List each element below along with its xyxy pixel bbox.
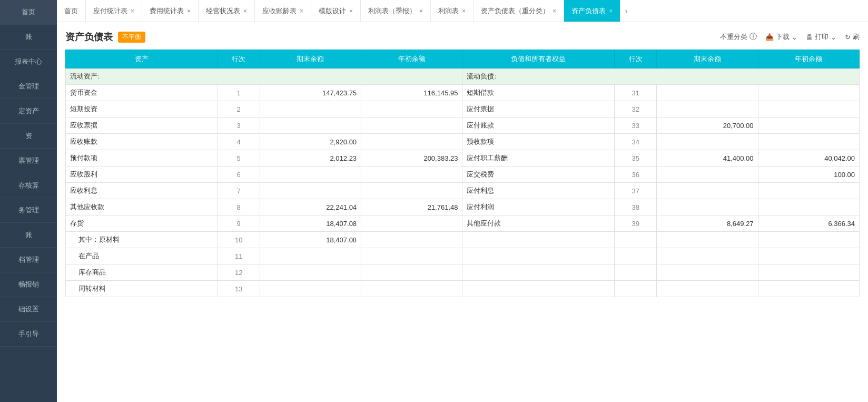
left-year-9[interactable] bbox=[361, 232, 462, 248]
tab-balance-reclassified[interactable]: 资产负债表（重分类） × bbox=[474, 0, 564, 22]
left-item-3[interactable]: 应收账款 bbox=[66, 134, 218, 150]
left-item-6[interactable]: 应收利息 bbox=[66, 183, 218, 199]
left-item-9[interactable]: 其中：原材料 bbox=[66, 232, 218, 248]
right-year-4[interactable]: 40,042.00 bbox=[758, 150, 859, 166]
right-year-12[interactable] bbox=[758, 281, 859, 297]
left-period-0[interactable]: 147,423.75 bbox=[260, 85, 361, 101]
left-year-12[interactable] bbox=[361, 281, 462, 297]
left-year-11[interactable] bbox=[361, 264, 462, 281]
sidebar-item-expense[interactable]: 畅报销 bbox=[0, 272, 57, 297]
left-year-8[interactable] bbox=[361, 215, 462, 232]
right-period-5[interactable] bbox=[657, 166, 758, 183]
tab-profit-quarterly[interactable]: 利润表（季报） × bbox=[361, 0, 431, 22]
right-period-10[interactable] bbox=[657, 248, 758, 264]
right-period-0[interactable] bbox=[657, 85, 758, 101]
sidebar-item-affair-management[interactable]: 务管理 bbox=[0, 198, 57, 223]
right-year-2[interactable] bbox=[758, 117, 859, 134]
left-year-4[interactable]: 200,383.23 bbox=[361, 150, 462, 166]
right-period-11[interactable] bbox=[657, 264, 758, 281]
left-period-2[interactable] bbox=[260, 117, 361, 134]
right-item-4[interactable]: 应付职工薪酬 bbox=[462, 150, 615, 166]
tab-payable-stats-close[interactable]: × bbox=[131, 7, 134, 15]
left-item-12[interactable]: 周转材料 bbox=[66, 281, 218, 297]
left-item-10[interactable]: 在产品 bbox=[66, 248, 218, 264]
left-period-12[interactable] bbox=[260, 281, 361, 297]
right-item-3[interactable]: 预收款项 bbox=[462, 134, 615, 150]
left-item-7[interactable]: 其他应收款 bbox=[66, 199, 218, 215]
left-period-9[interactable]: 18,407.08 bbox=[260, 232, 361, 248]
sidebar-item-investment[interactable]: 资 bbox=[0, 124, 57, 149]
right-item-12[interactable] bbox=[462, 281, 615, 297]
left-item-4[interactable]: 预付款项 bbox=[66, 150, 218, 166]
tab-balance-reclassified-close[interactable]: × bbox=[553, 7, 556, 15]
right-item-7[interactable]: 应付利润 bbox=[462, 199, 615, 215]
left-item-8[interactable]: 存货 bbox=[66, 215, 218, 232]
right-period-1[interactable] bbox=[657, 101, 758, 117]
tab-expense-stats[interactable]: 费用统计表 × bbox=[142, 0, 199, 22]
sidebar-item-archive-management[interactable]: 档管理 bbox=[0, 248, 57, 272]
right-item-1[interactable]: 应付票据 bbox=[462, 101, 615, 117]
left-period-8[interactable]: 18,407.08 bbox=[260, 215, 361, 232]
tab-profit-close[interactable]: × bbox=[462, 7, 466, 15]
right-period-6[interactable] bbox=[657, 183, 758, 199]
right-period-8[interactable]: 8,649.27 bbox=[657, 215, 758, 232]
tab-template-design[interactable]: 模版设计 × bbox=[311, 0, 361, 22]
right-item-6[interactable]: 应付利息 bbox=[462, 183, 615, 199]
tab-arrow-right[interactable]: › bbox=[620, 6, 632, 16]
tab-receivable-aging[interactable]: 应收账龄表 × bbox=[255, 0, 311, 22]
sidebar-item-guide[interactable]: 手引导 bbox=[0, 322, 57, 347]
tab-balance-sheet-close[interactable]: × bbox=[609, 7, 613, 15]
left-year-7[interactable]: 21,761.48 bbox=[361, 199, 462, 215]
left-period-10[interactable] bbox=[260, 248, 361, 264]
right-year-3[interactable] bbox=[758, 134, 859, 150]
tab-business-status-close[interactable]: × bbox=[243, 7, 247, 15]
download-action[interactable]: 📥 下载 ⌄ bbox=[765, 32, 797, 42]
right-year-11[interactable] bbox=[758, 264, 859, 281]
tab-receivable-aging-close[interactable]: × bbox=[300, 7, 303, 15]
right-year-9[interactable] bbox=[758, 232, 859, 248]
sidebar-item-ticket-management[interactable]: 票管理 bbox=[0, 149, 57, 173]
left-period-11[interactable] bbox=[260, 264, 361, 281]
sidebar-item-home[interactable]: 首页 bbox=[0, 0, 57, 25]
sidebar-item-inventory-accounting[interactable]: 存核算 bbox=[0, 173, 57, 198]
left-year-1[interactable] bbox=[361, 101, 462, 117]
left-item-0[interactable]: 货币资金 bbox=[66, 85, 218, 101]
right-item-5[interactable]: 应交税费 bbox=[462, 166, 615, 183]
right-period-9[interactable] bbox=[657, 232, 758, 248]
left-year-3[interactable] bbox=[361, 134, 462, 150]
no-reclassify-action[interactable]: 不重分类 ⓘ bbox=[720, 32, 757, 42]
left-item-1[interactable]: 短期投资 bbox=[66, 101, 218, 117]
left-period-7[interactable]: 22,241.04 bbox=[260, 199, 361, 215]
left-period-1[interactable] bbox=[260, 101, 361, 117]
right-year-6[interactable] bbox=[758, 183, 859, 199]
right-year-8[interactable]: 6,366.34 bbox=[758, 215, 859, 232]
tab-profit-quarterly-close[interactable]: × bbox=[419, 7, 423, 15]
right-item-0[interactable]: 短期借款 bbox=[462, 85, 615, 101]
left-item-5[interactable]: 应收股利 bbox=[66, 166, 218, 183]
sidebar-item-fixed-assets[interactable]: 定资产 bbox=[0, 99, 57, 124]
left-period-3[interactable]: 2,920.00 bbox=[260, 134, 361, 150]
tab-profit[interactable]: 利润表 × bbox=[431, 0, 474, 22]
sidebar-item-report-center[interactable]: 报表中心 bbox=[0, 50, 57, 74]
tab-payable-stats[interactable]: 应付统计表 × bbox=[86, 0, 142, 22]
left-item-11[interactable]: 库存商品 bbox=[66, 264, 218, 281]
tab-business-status[interactable]: 经营状况表 × bbox=[199, 0, 255, 22]
right-item-2[interactable]: 应付账款 bbox=[462, 117, 615, 134]
right-period-2[interactable]: 20,700.00 bbox=[657, 117, 758, 134]
left-item-2[interactable]: 应收票据 bbox=[66, 117, 218, 134]
right-year-10[interactable] bbox=[758, 248, 859, 264]
right-year-5[interactable]: 100.00 bbox=[758, 166, 859, 183]
left-year-10[interactable] bbox=[361, 248, 462, 264]
left-period-4[interactable]: 2,012.23 bbox=[260, 150, 361, 166]
left-year-0[interactable]: 116,145.95 bbox=[361, 85, 462, 101]
tab-template-design-close[interactable]: × bbox=[349, 7, 353, 15]
tab-expense-stats-close[interactable]: × bbox=[187, 7, 191, 15]
right-item-9[interactable] bbox=[462, 232, 615, 248]
sidebar-item-fund-management[interactable]: 金管理 bbox=[0, 74, 57, 99]
right-year-0[interactable] bbox=[758, 85, 859, 101]
refresh-action[interactable]: ↻ 刷 bbox=[845, 32, 860, 42]
print-action[interactable]: 🖶 打印 ⌄ bbox=[806, 32, 836, 42]
left-period-5[interactable] bbox=[260, 166, 361, 183]
right-year-1[interactable] bbox=[758, 101, 859, 117]
right-item-8[interactable]: 其他应付款 bbox=[462, 215, 615, 232]
